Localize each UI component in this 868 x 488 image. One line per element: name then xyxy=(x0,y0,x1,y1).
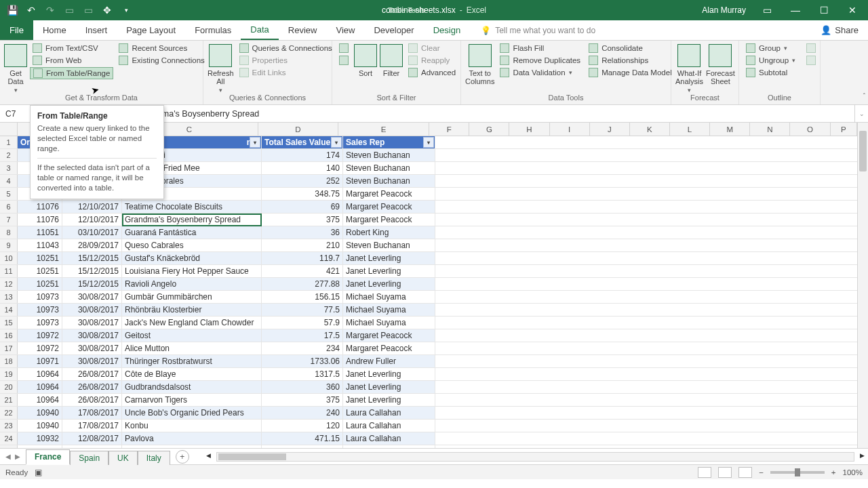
whatif-button[interactable]: What-If Analysis xyxy=(675,43,703,94)
row-header[interactable]: 19 xyxy=(0,368,18,380)
cell[interactable]: Laura Callahan xyxy=(343,432,435,445)
cell[interactable]: 10251 xyxy=(18,278,62,290)
sheet-tab[interactable]: UK xyxy=(108,451,138,465)
cell[interactable]: Gumbär Gummibärchen xyxy=(122,291,262,303)
cell[interactable]: Janet Leverling xyxy=(343,278,435,290)
zoom-in-icon[interactable]: + xyxy=(831,468,836,476)
maximize-icon[interactable]: ☐ xyxy=(812,0,835,20)
cell[interactable]: Thüringer Rostbratwurst xyxy=(122,355,262,367)
cell[interactable]: Andrew Fuller xyxy=(343,355,435,367)
tab-page-layout[interactable]: Page Layout xyxy=(117,20,185,40)
row-header[interactable]: 12 xyxy=(0,278,18,290)
cell[interactable]: 10932 xyxy=(18,432,62,445)
cell[interactable]: 10964 xyxy=(18,381,62,393)
cell[interactable]: Ravioli Angelo xyxy=(122,278,262,290)
sort-button[interactable]: Sort xyxy=(354,43,377,77)
get-data-button[interactable]: Get Data xyxy=(4,43,27,94)
cell[interactable]: 57.9 xyxy=(262,317,343,329)
cell[interactable]: Jack's New England Clam Chowder xyxy=(122,317,262,329)
edit-links-button[interactable]: Edit Links xyxy=(237,67,335,78)
consolidate-button[interactable]: Consolidate xyxy=(586,43,675,54)
sheet-nav-prev-icon[interactable]: ◀ xyxy=(5,453,11,460)
tab-developer[interactable]: Developer xyxy=(364,20,423,40)
cell[interactable]: Margaret Peacock xyxy=(343,201,435,213)
row-header[interactable]: 2 xyxy=(0,149,18,161)
cell[interactable]: 156.15 xyxy=(262,291,343,303)
cell[interactable]: 120 xyxy=(262,420,343,432)
cell[interactable]: 26/08/2017 xyxy=(62,394,122,406)
tab-formulas[interactable]: Formulas xyxy=(185,20,241,40)
cell[interactable]: Carnarvon Tigers xyxy=(122,394,262,406)
cell[interactable]: 30/08/2017 xyxy=(62,329,122,342)
subtotal-button[interactable]: Subtotal xyxy=(743,67,798,78)
cell[interactable]: Uncle Bob's Organic Dried Pears xyxy=(122,407,262,419)
cell[interactable]: 10972 xyxy=(18,342,62,354)
cell[interactable]: Michael Suyama xyxy=(343,317,435,329)
cell[interactable]: 12/10/2017 xyxy=(62,201,122,213)
qat-customize-icon[interactable]: ▾ xyxy=(118,2,134,18)
cell[interactable]: Janet Leverling xyxy=(343,265,435,277)
cell[interactable]: 17/08/2017 xyxy=(62,407,122,419)
row-header[interactable]: 13 xyxy=(0,291,18,303)
flash-fill-button[interactable]: Flash Fill xyxy=(497,43,583,54)
column-header[interactable]: L xyxy=(670,123,710,136)
remove-duplicates-button[interactable]: Remove Duplicates xyxy=(497,55,583,66)
cell[interactable]: 03/10/2017 xyxy=(62,226,122,239)
cell[interactable]: 36 xyxy=(262,226,343,239)
cell[interactable]: Michael Suyama xyxy=(343,304,435,316)
row-header[interactable]: 4 xyxy=(0,175,18,187)
row-header[interactable]: 22 xyxy=(0,407,18,419)
cell[interactable]: 252 xyxy=(262,175,343,187)
cell[interactable]: 15/12/2015 xyxy=(62,278,122,290)
column-header[interactable]: K xyxy=(630,123,670,136)
column-header[interactable]: F xyxy=(429,123,469,136)
column-header[interactable]: D xyxy=(258,123,338,136)
cell[interactable]: 375 xyxy=(262,394,343,406)
cell[interactable]: 174 xyxy=(262,149,343,161)
cell[interactable]: 348.75 xyxy=(262,188,343,200)
filter-button[interactable]: Filter xyxy=(380,43,403,77)
show-detail-button[interactable] xyxy=(804,43,818,54)
cell[interactable]: Konbu xyxy=(122,420,262,432)
row-header[interactable]: 24 xyxy=(0,432,18,445)
clear-button[interactable]: Clear xyxy=(406,43,458,54)
add-sheet-button[interactable]: + xyxy=(176,450,189,464)
cell[interactable]: Janet Leverling xyxy=(343,394,435,406)
formula-input[interactable]: Grandma's Boysenberry Spread xyxy=(133,105,854,122)
cell[interactable]: Queso Cabrales xyxy=(122,239,262,251)
cell[interactable]: Margaret Peacock xyxy=(343,329,435,342)
cell[interactable]: 30/08/2017 xyxy=(62,291,122,303)
zoom-out-icon[interactable]: − xyxy=(759,468,764,476)
sheet-tab[interactable]: Spain xyxy=(70,451,108,465)
cell[interactable]: 10973 xyxy=(18,304,62,316)
cell[interactable]: 10972 xyxy=(18,329,62,342)
column-header[interactable]: H xyxy=(509,123,549,136)
cell[interactable]: Janet Leverling xyxy=(343,381,435,393)
refresh-all-button[interactable]: Refresh All xyxy=(208,43,234,94)
forecast-sheet-button[interactable]: Forecast Sheet xyxy=(706,43,735,85)
cell[interactable]: 10973 xyxy=(18,317,62,329)
sheet-tab[interactable]: France xyxy=(26,449,70,465)
cell[interactable]: 10964 xyxy=(18,368,62,380)
cell[interactable]: 12/10/2017 xyxy=(62,214,122,226)
cell[interactable]: Laura Callahan xyxy=(343,420,435,432)
row-header[interactable]: 9 xyxy=(0,239,18,251)
column-header[interactable]: M xyxy=(710,123,750,136)
user-name[interactable]: Alan Murray xyxy=(702,5,750,15)
macro-record-icon[interactable]: ▣ xyxy=(35,468,42,477)
column-header[interactable]: O xyxy=(790,123,830,136)
hide-detail-button[interactable] xyxy=(804,55,818,66)
row-header[interactable]: 14 xyxy=(0,304,18,316)
cell[interactable]: 11051 xyxy=(18,226,62,239)
scroll-left-icon[interactable]: ◀ xyxy=(206,452,211,459)
column-header[interactable]: J xyxy=(590,123,630,136)
cell[interactable]: Janet Leverling xyxy=(343,368,435,380)
cell[interactable]: Alice Mutton xyxy=(122,342,262,354)
cell[interactable]: Rhönbräu Klosterbier xyxy=(122,304,262,316)
cell[interactable]: 360 xyxy=(262,381,343,393)
cell[interactable]: 77.5 xyxy=(262,304,343,316)
tab-data[interactable]: Data xyxy=(241,20,278,40)
page-break-view-icon[interactable] xyxy=(738,467,752,478)
sheet-nav-next-icon[interactable]: ▶ xyxy=(15,453,20,460)
ungroup-button[interactable]: Ungroup xyxy=(743,55,798,66)
